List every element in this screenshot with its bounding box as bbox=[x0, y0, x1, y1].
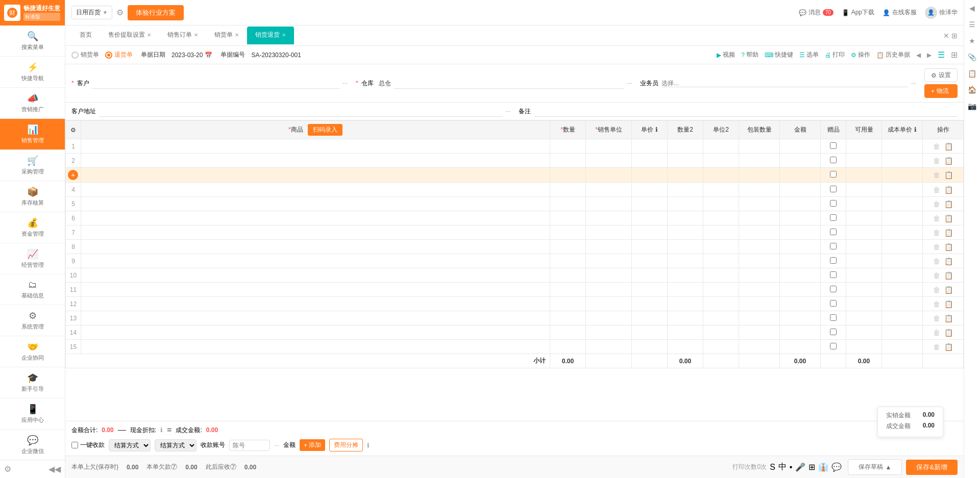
unit2-cell-9[interactable] bbox=[703, 254, 739, 268]
amount-cell-5[interactable] bbox=[780, 197, 821, 211]
tab-3[interactable]: 销货单✕ bbox=[206, 27, 247, 44]
unit-price-cell-15[interactable] bbox=[632, 340, 668, 354]
quantity-cell-10[interactable] bbox=[550, 268, 586, 283]
delete-icon-14[interactable]: 🗑 bbox=[933, 329, 940, 337]
copy-icon-14[interactable]: 📋 bbox=[944, 329, 953, 337]
cost-price-cell-4[interactable] bbox=[882, 183, 923, 197]
gift-checkbox-7[interactable] bbox=[830, 229, 837, 235]
tab-0[interactable]: 首页 bbox=[71, 27, 100, 44]
sidebar-settings-icon[interactable]: ⚙ bbox=[4, 464, 11, 474]
quantity2-cell-7[interactable] bbox=[668, 225, 703, 240]
unit-price-cell-12[interactable] bbox=[632, 297, 668, 311]
right-panel-icon-6[interactable]: 🏠 bbox=[968, 86, 976, 94]
sale-unit-cell-7[interactable] bbox=[586, 225, 632, 240]
quantity-cell-9[interactable] bbox=[550, 254, 586, 268]
gift-cell-10[interactable] bbox=[821, 268, 846, 283]
cost-price-cell-15[interactable] bbox=[882, 340, 923, 354]
copy-icon-3[interactable]: 📋 bbox=[944, 171, 953, 179]
amount-cell-13[interactable] bbox=[780, 311, 821, 325]
available-cell-13[interactable] bbox=[846, 311, 882, 325]
unit2-cell-7[interactable] bbox=[703, 225, 739, 240]
topbar-settings-icon[interactable]: ⚙ bbox=[116, 8, 124, 17]
unit-price-cell-8[interactable] bbox=[632, 240, 668, 254]
tab-2[interactable]: 销售订单✕ bbox=[159, 27, 206, 44]
quantity2-cell-6[interactable] bbox=[668, 211, 703, 225]
product-cell-3[interactable] bbox=[81, 168, 550, 183]
right-panel-icon-3[interactable]: ★ bbox=[969, 37, 975, 45]
unit-price-cell-3[interactable] bbox=[632, 168, 668, 183]
sale-unit-cell-3[interactable] bbox=[586, 168, 632, 183]
available-cell-5[interactable] bbox=[846, 197, 882, 211]
quantity2-cell-4[interactable] bbox=[668, 183, 703, 197]
gift-cell-8[interactable] bbox=[821, 240, 846, 254]
gift-checkbox-3[interactable] bbox=[830, 171, 837, 178]
unit-price-cell-7[interactable] bbox=[632, 225, 668, 240]
tool-icon-7[interactable]: 💬 bbox=[831, 462, 842, 472]
amount-cell-4[interactable] bbox=[780, 183, 821, 197]
quantity-cell-14[interactable] bbox=[550, 325, 586, 340]
sale-unit-cell-6[interactable] bbox=[586, 211, 632, 225]
shortcut-action[interactable]: ⌨ 快捷键 bbox=[765, 51, 793, 59]
delete-icon-7[interactable]: 🗑 bbox=[933, 229, 940, 237]
save-new-btn[interactable]: 保存&新增 bbox=[906, 460, 958, 475]
settings-btn[interactable]: ⚙ 设置 bbox=[924, 68, 958, 82]
delete-icon-1[interactable]: 🗑 bbox=[933, 142, 940, 150]
warehouse-dots[interactable]: ··· bbox=[627, 80, 632, 87]
unit2-cell-15[interactable] bbox=[703, 340, 739, 354]
logistics-btn[interactable]: + 物流 bbox=[924, 84, 958, 98]
quantity-cell-12[interactable] bbox=[550, 297, 586, 311]
cost-price-cell-6[interactable] bbox=[882, 211, 923, 225]
unit2-cell-8[interactable] bbox=[703, 240, 739, 254]
quantity2-cell-11[interactable] bbox=[668, 283, 703, 297]
tab-close-3[interactable]: ✕ bbox=[235, 32, 239, 38]
copy-icon-11[interactable]: 📋 bbox=[944, 286, 953, 294]
unit2-cell-1[interactable] bbox=[703, 139, 739, 154]
copy-icon-8[interactable]: 📋 bbox=[944, 243, 953, 251]
gift-checkbox-12[interactable] bbox=[830, 300, 837, 307]
customer-input[interactable] bbox=[92, 78, 339, 89]
unit-price-cell-1[interactable] bbox=[632, 139, 668, 154]
history-action[interactable]: 📋 历史单据 bbox=[876, 51, 910, 59]
cost-price-cell-14[interactable] bbox=[882, 325, 923, 340]
unit-price-cell-11[interactable] bbox=[632, 283, 668, 297]
quantity2-cell-3[interactable] bbox=[668, 168, 703, 183]
quantity2-cell-2[interactable] bbox=[668, 154, 703, 168]
unit2-cell-10[interactable] bbox=[703, 268, 739, 283]
sale-unit-cell-15[interactable] bbox=[586, 340, 632, 354]
tool-icon-1[interactable]: S bbox=[770, 463, 775, 472]
quantity2-cell-5[interactable] bbox=[668, 197, 703, 211]
pack-qty-cell-11[interactable] bbox=[739, 283, 780, 297]
gift-checkbox-6[interactable] bbox=[830, 214, 837, 221]
right-panel-icon-4[interactable]: 📎 bbox=[968, 53, 976, 61]
delete-icon-11[interactable]: 🗑 bbox=[933, 286, 940, 294]
tab-close-2[interactable]: ✕ bbox=[194, 32, 198, 38]
available-cell-10[interactable] bbox=[846, 268, 882, 283]
delete-icon-15[interactable]: 🗑 bbox=[933, 343, 940, 351]
quantity2-cell-14[interactable] bbox=[668, 325, 703, 340]
available-cell-15[interactable] bbox=[846, 340, 882, 354]
unit-price-cell-9[interactable] bbox=[632, 254, 668, 268]
available-cell-14[interactable] bbox=[846, 325, 882, 340]
address-input[interactable] bbox=[99, 106, 502, 117]
message-btn[interactable]: 💬 消息 70 bbox=[799, 8, 834, 17]
cost-price-cell-3[interactable] bbox=[882, 168, 923, 183]
delete-icon-4[interactable]: 🗑 bbox=[933, 186, 940, 194]
sidebar-item-3[interactable]: 📊销售管理 bbox=[0, 119, 65, 150]
sidebar-item-6[interactable]: 💰资金管理 bbox=[0, 212, 65, 243]
sale-unit-cell-14[interactable] bbox=[586, 325, 632, 340]
product-cell-1[interactable] bbox=[81, 139, 550, 154]
quantity-cell-8[interactable] bbox=[550, 240, 586, 254]
gift-cell-5[interactable] bbox=[821, 197, 846, 211]
unit-price-cell-10[interactable] bbox=[632, 268, 668, 283]
product-cell-10[interactable] bbox=[81, 268, 550, 283]
unit2-cell-3[interactable] bbox=[703, 168, 739, 183]
pack-qty-cell-10[interactable] bbox=[739, 268, 780, 283]
delete-icon-10[interactable]: 🗑 bbox=[933, 271, 940, 280]
sidebar-item-0[interactable]: 🔍搜索菜单 bbox=[0, 26, 65, 57]
right-panel-icon-5[interactable]: 📋 bbox=[968, 69, 976, 78]
gift-checkbox-8[interactable] bbox=[830, 243, 837, 249]
payment-checkbox-input[interactable] bbox=[71, 442, 78, 448]
copy-icon-13[interactable]: 📋 bbox=[944, 314, 953, 322]
product-cell-7[interactable] bbox=[81, 225, 550, 240]
unit-price-cell-14[interactable] bbox=[632, 325, 668, 340]
